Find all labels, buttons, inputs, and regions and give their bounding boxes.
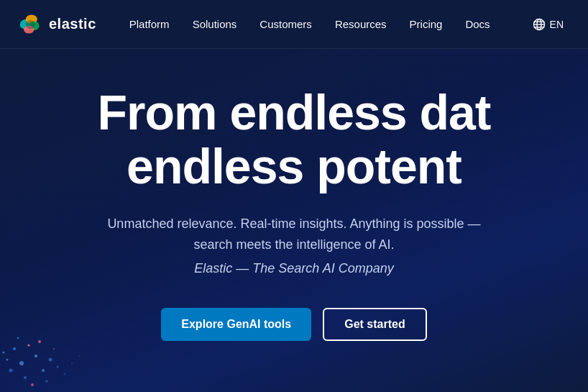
navbar: elastic Platform Solutions Customers Res… <box>0 0 588 49</box>
svg-point-18 <box>57 366 59 368</box>
svg-point-12 <box>49 358 52 362</box>
logo-link[interactable]: elastic <box>17 12 96 37</box>
hero-title-line2: endless potent <box>127 139 461 193</box>
lang-label: EN <box>550 19 564 30</box>
nav-right: EN <box>525 14 571 35</box>
elastic-logo-icon <box>17 12 43 37</box>
explore-genai-button[interactable]: Explore GenAI tools <box>161 308 311 341</box>
svg-point-28 <box>78 355 80 357</box>
svg-point-26 <box>71 363 73 364</box>
svg-point-13 <box>13 347 16 350</box>
svg-point-10 <box>19 361 24 365</box>
svg-point-14 <box>28 345 30 347</box>
language-selector[interactable]: EN <box>525 14 571 35</box>
nav-item-platform[interactable]: Platform <box>119 12 180 36</box>
svg-point-11 <box>35 355 37 357</box>
svg-point-21 <box>46 380 48 383</box>
get-started-button[interactable]: Get started <box>323 308 426 341</box>
svg-point-19 <box>9 369 13 373</box>
svg-point-25 <box>53 348 55 350</box>
svg-point-16 <box>17 337 19 339</box>
hero-subtitle-text: Unmatched relevance. Real-time insights.… <box>107 216 480 231</box>
hero-subtitle: Unmatched relevance. Real-time insights.… <box>107 214 480 255</box>
hero-title: From endless dat endless potent <box>97 86 490 193</box>
svg-point-23 <box>6 359 9 361</box>
nav-links: Platform Solutions Customers Resources P… <box>119 12 525 36</box>
nav-item-resources[interactable]: Resources <box>325 12 397 36</box>
hero-tagline: Elastic — The Search AI Company <box>194 261 393 276</box>
nav-item-solutions[interactable]: Solutions <box>183 12 247 36</box>
svg-point-27 <box>3 352 5 354</box>
svg-point-4 <box>26 19 35 29</box>
svg-point-20 <box>24 376 27 379</box>
svg-point-24 <box>64 373 66 375</box>
svg-point-22 <box>31 383 34 386</box>
nav-item-pricing[interactable]: Pricing <box>400 12 453 36</box>
hero-title-line1: From endless dat <box>97 85 490 140</box>
hero-subtitle-line2: search meets the intelligence of AI. <box>193 237 394 252</box>
hero-section: From endless dat endless potent Unmatche… <box>0 49 588 392</box>
nav-item-customers[interactable]: Customers <box>249 12 322 36</box>
svg-point-15 <box>38 340 41 343</box>
nav-item-docs[interactable]: Docs <box>455 12 500 36</box>
svg-point-29 <box>86 352 87 353</box>
hero-cta-group: Explore GenAI tools Get started <box>161 308 426 341</box>
globe-icon <box>533 18 546 31</box>
particle-decoration <box>0 248 129 392</box>
svg-point-17 <box>42 369 45 372</box>
brand-name: elastic <box>49 16 96 32</box>
